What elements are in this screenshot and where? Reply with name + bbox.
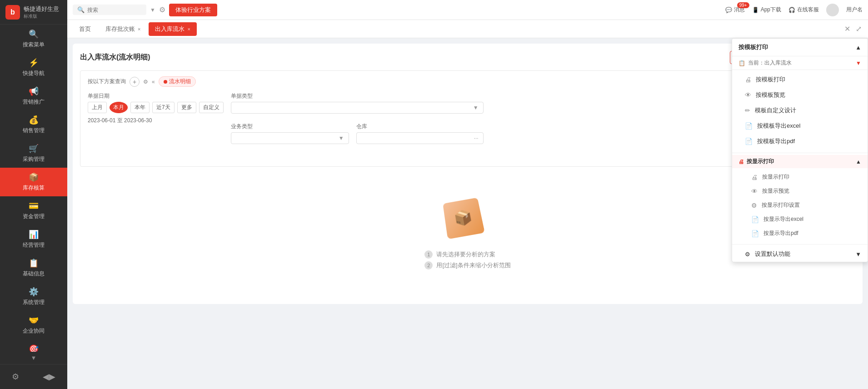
- date-btn-custom[interactable]: 自定义: [199, 102, 224, 113]
- app-download-item[interactable]: 📱 App下载: [752, 6, 781, 14]
- collapse-icon[interactable]: ◀▶: [39, 370, 59, 384]
- date-btn-last-month[interactable]: 上月: [88, 102, 107, 113]
- empty-steps: 1 请先选择要分析的方案 2 用[过滤]条件来缩小分析范围: [424, 250, 510, 269]
- step-1-num: 1: [424, 250, 433, 259]
- header-search-box[interactable]: 🔍: [73, 5, 146, 15]
- warehouse-more-icon: ···: [474, 135, 479, 141]
- sidebar-item-inventory[interactable]: 📦 库存核算: [0, 168, 67, 196]
- service-item[interactable]: 🎧 在线客服: [788, 6, 819, 14]
- template-section: 🖨 按模板打印 👁 按模板预览 ✏ 模板自定义设计 📄 按模板导出excel 📄…: [732, 70, 868, 151]
- biz-type-dropdown-icon: ▼: [339, 135, 344, 141]
- date-btn-more[interactable]: 更多: [177, 102, 196, 113]
- sidebar-item-purchase[interactable]: 🛒 采购管理: [0, 139, 67, 168]
- dropdown-display-preview[interactable]: 👁 按显示预览: [732, 184, 868, 198]
- dropdown-display-print[interactable]: 🖨 按显示打印: [732, 170, 868, 184]
- biz-type-label: 业务类型: [231, 123, 349, 130]
- app-label: App下载: [761, 6, 781, 14]
- warehouse-group: 仓库 ···: [356, 123, 484, 144]
- dropdown-template-custom[interactable]: ✏ 模板自定义设计: [732, 103, 868, 118]
- dropdown-divider: [732, 153, 868, 153]
- sidebar-item-finance[interactable]: 💳 资金管理: [0, 196, 67, 225]
- system-icon: ⚙️: [29, 287, 39, 297]
- display-settings-label: 按显示打印设置: [762, 201, 800, 209]
- sidebar-item-enterprise[interactable]: 🤝 企业协同: [0, 311, 67, 339]
- expand-window-icon[interactable]: ⤢: [855, 24, 863, 34]
- basic-icon: 📋: [29, 258, 39, 268]
- message-item[interactable]: 💬 消息 99+: [725, 6, 745, 14]
- template-pdf-icon: 📄: [745, 138, 753, 145]
- tabs-window-controls: ✕ ⤢: [843, 24, 863, 34]
- current-template-label: 当前：出入库流水: [748, 59, 792, 67]
- display-preview-label: 按显示预览: [762, 187, 789, 195]
- sidebar-item-sales[interactable]: 💰 销售管理: [0, 110, 67, 139]
- dropdown-display-settings[interactable]: ⚙ 按显示打印设置: [732, 198, 868, 212]
- settings-icon[interactable]: ⚙: [8, 370, 23, 384]
- dropdown-template-preview[interactable]: 👁 按模板预览: [732, 87, 868, 103]
- display-pdf-icon: 📄: [751, 230, 759, 237]
- date-range-display: 2023-06-01 至 2023-06-30: [88, 117, 224, 125]
- tab-batch[interactable]: 库存批次账 ×: [99, 22, 147, 36]
- sidebar-item-search[interactable]: 🔍 搜索菜单: [0, 25, 67, 53]
- template-print-label: 按模板打印: [756, 75, 785, 84]
- logo-text: 畅捷通好生意 标准版: [24, 5, 59, 20]
- sidebar-item-operation[interactable]: 📊 经营管理: [0, 225, 67, 254]
- industry-button[interactable]: 体验行业方案: [169, 4, 217, 16]
- date-btn-this-year[interactable]: 本年: [130, 102, 150, 113]
- username-label: 用户名: [846, 6, 863, 14]
- tab-flow-close[interactable]: ×: [187, 26, 190, 32]
- warehouse-select[interactable]: ···: [356, 132, 484, 144]
- header-gear-icon[interactable]: ⚙: [159, 5, 165, 14]
- empty-box-icon: 📦: [443, 198, 485, 239]
- display-section-title: 按显示打印: [747, 158, 774, 165]
- tab-batch-close[interactable]: ×: [138, 26, 140, 32]
- biz-type-select[interactable]: ▼: [231, 132, 349, 144]
- tabs-bar: 首页 库存批次账 × 出入库流水 × ✕ ⤢: [67, 20, 868, 38]
- purchase-icon: 🛒: [29, 144, 39, 154]
- user-avatar[interactable]: [826, 4, 839, 16]
- voucher-type-select[interactable]: ▼: [231, 102, 484, 114]
- guide-icon: 🎯: [29, 344, 39, 352]
- dropdown-template-export-excel[interactable]: 📄 按模板导出excel: [732, 118, 868, 134]
- search-input[interactable]: [87, 7, 142, 13]
- dropdown-set-default[interactable]: ⚙ 设置默认功能 ▼: [732, 246, 868, 262]
- filter-add-button[interactable]: +: [130, 77, 140, 87]
- sidebar-label-finance: 资金管理: [23, 213, 45, 220]
- dropdown-display-export-pdf[interactable]: 📄 按显示导出pdf: [732, 226, 868, 240]
- sidebar-label-inventory: 库存核算: [23, 184, 45, 192]
- sidebar-item-guide[interactable]: 🎯 新手引导: [0, 339, 67, 352]
- step-2-label: 用[过滤]条件来缩小分析范围: [436, 261, 510, 269]
- header-dropdown-icon[interactable]: ▼: [150, 7, 155, 13]
- sidebar-item-shortcut[interactable]: ⚡ 快捷导航: [0, 53, 67, 82]
- filter-title: 按以下方案查询: [88, 78, 126, 85]
- shortcut-icon: ⚡: [29, 58, 39, 68]
- dropdown-template-export-pdf[interactable]: 📄 按模板导出pdf: [732, 134, 868, 149]
- sidebar-item-basic[interactable]: 📋 基础信息: [0, 254, 67, 282]
- sidebar-scroll-down[interactable]: ▼: [0, 352, 67, 364]
- filter-settings-icon[interactable]: ⚙: [143, 79, 148, 85]
- tab-home[interactable]: 首页: [73, 22, 97, 36]
- sidebar-label-system: 系统管理: [23, 299, 45, 306]
- tab-flow[interactable]: 出入库流水 ×: [149, 22, 196, 36]
- dropdown-display-export-excel[interactable]: 📄 按显示导出excel: [732, 212, 868, 226]
- sidebar-label-enterprise: 企业协同: [23, 327, 45, 335]
- header: 🔍 ▼ ⚙ 体验行业方案 💬 消息 99+ 📱 App下载 🎧 在线客服 用户名: [67, 0, 868, 20]
- date-buttons-row: 上月 本月 本年 近7天 更多 自定义: [88, 102, 224, 113]
- sidebar-item-system[interactable]: ⚙️ 系统管理: [0, 282, 67, 311]
- display-section-header[interactable]: 🖨 按显示打印 ▲: [732, 155, 868, 168]
- finance-icon: 💳: [29, 201, 39, 211]
- date-btn-this-month[interactable]: 本月: [110, 102, 128, 113]
- enterprise-icon: 🤝: [29, 315, 39, 325]
- date-btn-7-days[interactable]: 近7天: [152, 102, 175, 113]
- filter-active-tag[interactable]: 流水明细: [159, 76, 196, 87]
- filter-collapse-left-icon[interactable]: «: [152, 79, 155, 85]
- date-filter-label: 单据日期: [88, 92, 224, 100]
- logo-icon: b: [5, 5, 20, 20]
- dropdown-header[interactable]: 按模板打印 ▲: [732, 39, 868, 56]
- default-arrow: ▼: [855, 251, 861, 258]
- sidebar-item-marketing[interactable]: 📢 营销推广: [0, 82, 67, 110]
- close-window-icon[interactable]: ✕: [843, 24, 851, 34]
- dropdown-template-print[interactable]: 🖨 按模板打印: [732, 72, 868, 87]
- sidebar-label-purchase: 采购管理: [23, 155, 45, 163]
- operation-icon: 📊: [29, 229, 39, 239]
- display-preview-icon: 👁: [751, 188, 758, 195]
